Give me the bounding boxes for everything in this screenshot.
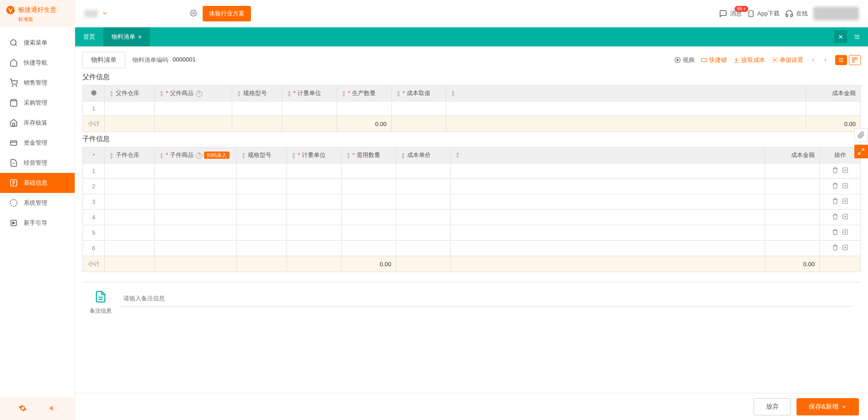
- add-row-icon[interactable]: [842, 183, 848, 190]
- prev-doc-icon[interactable]: [810, 57, 816, 63]
- th-child-product[interactable]: ▲▼* 子件商品 ?扫码录入: [155, 147, 237, 163]
- messages-link[interactable]: 消息 99 +: [719, 10, 742, 18]
- sidebar-item-basic[interactable]: 基础信息: [0, 173, 75, 193]
- th-parent-warehouse[interactable]: ▲▼父件仓库: [105, 86, 155, 101]
- th-child-cost-amount[interactable]: 成本金额: [765, 147, 820, 163]
- remarks-input[interactable]: [121, 290, 853, 307]
- add-row-icon[interactable]: [842, 199, 848, 206]
- save-and-new-button[interactable]: 保存&新增: [797, 398, 859, 415]
- attachment-icon[interactable]: [854, 128, 868, 142]
- tab[interactable]: 首页: [75, 27, 103, 46]
- svg-line-2: [15, 44, 16, 46]
- table-row[interactable]: 3: [83, 194, 861, 210]
- chevron-down-icon: [102, 10, 108, 18]
- sidebar-item-label: 新手引导: [24, 219, 47, 227]
- finance-icon: [9, 138, 18, 147]
- app-download-link[interactable]: App下载: [747, 10, 780, 18]
- th-parent-cost-amount[interactable]: 成本金额: [806, 86, 861, 101]
- delete-row-icon[interactable]: [832, 199, 838, 206]
- sidebar-item-sales[interactable]: 销售管理: [0, 73, 75, 93]
- delete-row-icon[interactable]: [832, 183, 838, 190]
- add-row-icon[interactable]: [842, 168, 848, 175]
- sidebar-item-label: 采购管理: [24, 99, 47, 107]
- svg-point-27: [774, 59, 776, 61]
- view-list-button[interactable]: [835, 55, 847, 65]
- table-row[interactable]: 1: [83, 101, 861, 116]
- video-help-link[interactable]: 视频: [674, 56, 694, 64]
- sidebar-item-purchase[interactable]: 采购管理: [0, 93, 75, 113]
- scan-input-badge[interactable]: 扫码录入: [204, 152, 230, 159]
- table-row[interactable]: 2: [83, 179, 861, 194]
- phone-icon: [747, 10, 755, 17]
- sidebar-item-label: 搜索菜单: [24, 39, 47, 47]
- collapse-sidebar-icon[interactable]: [47, 404, 56, 413]
- org-settings-icon[interactable]: [190, 10, 197, 18]
- add-row-icon[interactable]: [842, 214, 848, 221]
- sidebar-item-guide[interactable]: 新手引导: [0, 213, 75, 233]
- next-doc-icon[interactable]: [822, 57, 829, 63]
- table-row[interactable]: 6: [83, 241, 861, 256]
- headset-icon: [785, 10, 793, 18]
- sidebar-item-quicknav[interactable]: 快捷导航: [0, 53, 75, 73]
- sidebar-item-system[interactable]: 系统管理: [0, 193, 75, 213]
- gear-icon: [771, 57, 778, 63]
- th-parent-unit[interactable]: ▲▼* 计量单位: [282, 86, 337, 101]
- close-icon[interactable]: ×: [138, 33, 142, 40]
- shortcut-link[interactable]: 快捷键: [701, 56, 727, 64]
- sidebar-item-label: 库存核算: [24, 119, 47, 127]
- table-row[interactable]: 1: [83, 163, 861, 179]
- th-parent-product[interactable]: ▲▼* 父件商品 ?: [155, 86, 232, 101]
- brand-name: 畅捷通好生意: [18, 6, 56, 14]
- doc-type-tab[interactable]: 物料清单: [82, 52, 125, 68]
- delete-row-icon[interactable]: [832, 214, 838, 221]
- expand-icon[interactable]: [854, 145, 868, 158]
- doc-settings-link[interactable]: 单据设置: [771, 56, 803, 64]
- chat-icon: [719, 10, 727, 18]
- settings-icon[interactable]: [19, 404, 28, 413]
- th-parent-cost-mode[interactable]: ▲▼* 成本取值: [392, 86, 446, 101]
- table-row[interactable]: 4: [83, 210, 861, 225]
- extract-cost-link[interactable]: 提取成本: [733, 56, 765, 64]
- parent-col-settings[interactable]: [83, 86, 105, 101]
- svg-point-4: [16, 86, 17, 86]
- th-parent-spec[interactable]: ▲▼规格型号: [232, 86, 282, 101]
- doc-code-label: 物料清单编码: [133, 56, 168, 64]
- quicknav-icon: [9, 58, 18, 67]
- chevron-down-icon: [841, 404, 847, 410]
- svg-line-57: [858, 152, 861, 154]
- online-support-link[interactable]: 在线: [785, 10, 808, 18]
- delete-row-icon[interactable]: [832, 245, 838, 252]
- add-row-icon[interactable]: [842, 230, 848, 237]
- org-selector[interactable]: [84, 10, 184, 18]
- delete-row-icon[interactable]: [832, 168, 838, 175]
- svg-line-56: [862, 149, 864, 151]
- delete-row-icon[interactable]: [832, 230, 838, 237]
- th-child-spec[interactable]: ▲▼规格型号: [237, 147, 287, 163]
- sidebar-item-inventory[interactable]: 库存核算: [0, 113, 75, 133]
- th-child-unit-cost[interactable]: ▲▼成本单价: [396, 147, 451, 163]
- sidebar-item-label: 经营管理: [24, 159, 47, 167]
- svg-point-16: [193, 12, 194, 14]
- th-child-unit[interactable]: ▲▼* 计量单位: [287, 147, 342, 163]
- sidebar-item-search[interactable]: 搜索菜单: [0, 33, 75, 53]
- user-avatar[interactable]: [813, 7, 859, 20]
- sidebar-item-finance[interactable]: 资金管理: [0, 133, 75, 153]
- th-child-need-qty[interactable]: ▲▼* 需用数量: [342, 147, 396, 163]
- view-card-button[interactable]: [849, 55, 861, 65]
- operation-icon: [9, 158, 18, 167]
- th-child-warehouse[interactable]: ▲▼子件仓库: [105, 147, 155, 163]
- child-col-settings[interactable]: [83, 147, 105, 163]
- doc-code-value: 0000001: [173, 56, 196, 64]
- close-all-tabs-icon[interactable]: [834, 30, 847, 43]
- discard-button[interactable]: 放弃: [754, 398, 791, 415]
- basic-icon: [9, 178, 18, 187]
- promo-button[interactable]: 体验行业方案: [203, 6, 251, 21]
- table-row[interactable]: 5: [83, 225, 861, 241]
- add-row-icon[interactable]: [842, 245, 848, 252]
- sidebar-item-operation[interactable]: 经营管理: [0, 153, 75, 173]
- th-parent-qty[interactable]: ▲▼* 生产数量: [337, 86, 392, 101]
- tabs-menu-icon[interactable]: [851, 30, 863, 43]
- sales-icon: [9, 78, 18, 87]
- tab[interactable]: 物料清单×: [103, 27, 150, 46]
- th-parent-blank: ▲▼: [446, 86, 806, 101]
